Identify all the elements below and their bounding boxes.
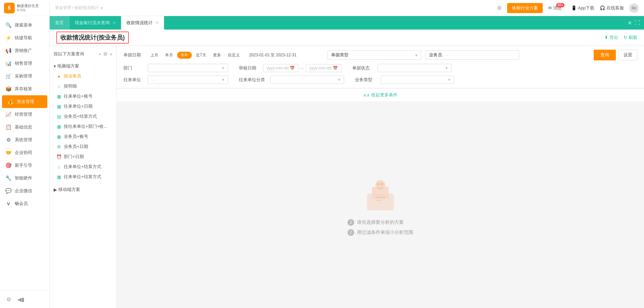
sidebar-item-operations[interactable]: 📈 经营管理 (0, 108, 49, 121)
tree-item-label: 业务员+日期 (64, 144, 88, 150)
breadcrumb-arrow: ▾ (101, 6, 103, 10)
sidebar-item-label: 搜索菜单 (15, 22, 32, 28)
user-avatar[interactable]: Rit (629, 3, 639, 13)
sidebar-item-purchase[interactable]: 🛒 采购管理 (0, 70, 49, 83)
sidebar-item-guide[interactable]: 🎯 新手引导 (0, 159, 49, 172)
sidebar-item-label: 库存核算 (15, 86, 32, 92)
sidebar-item-member[interactable]: V 畅会员 (0, 197, 49, 210)
tree-item-icon: ⌂ (56, 84, 62, 89)
biz-type-select[interactable]: ▾ (380, 75, 454, 84)
tree-item-detail[interactable]: ⌂ 按明细 (52, 81, 116, 91)
sidebar-item-search[interactable]: 🔍 搜索菜单 (0, 19, 49, 32)
topbar-actions: ⚙ 体验行业方案 ✉ 消息 99+ 📱 App下载 🎧 在线客服 Rit (497, 3, 639, 13)
topbar-settings-icon[interactable]: ⚙ (497, 5, 502, 11)
partner-select[interactable]: ··· ▾ (148, 75, 228, 84)
biz-type-label: 业务类型 (355, 77, 375, 83)
dept-select[interactable]: ▾ (148, 64, 228, 72)
sidebar-item-label: 企业微信 (15, 188, 32, 194)
tree-item-label: 业务员+账号 (64, 134, 88, 140)
sidebar-collapse-btn[interactable]: ◀▮ (16, 295, 25, 304)
topbar: 资金管理 / 收款情况统计 ▾ ⚙ 体验行业方案 ✉ 消息 99+ 📱 App下… (50, 0, 644, 16)
tree-desktop-header[interactable]: ▾ 电脑端方案 (50, 61, 116, 71)
date-tab-last-month[interactable]: 上月 (148, 52, 161, 59)
sidebar-nav: 🔍 搜索菜单 ⚡ 快捷导航 📢 营销推广 📊 销售管理 🛒 采购管理 📦 (0, 16, 49, 290)
panel-title: 按以下方案查询 (54, 51, 84, 57)
message-icon: ✉ (548, 5, 552, 10)
messages-badge: 99+ (556, 3, 565, 7)
tree-item-partner-settlement1[interactable]: ⌂ 往来单位+结算方式 (52, 162, 116, 172)
filter-area: 单据日期 上月 本月 本年 近7天 更多 自定义 2023-01-01 至 20… (117, 46, 644, 88)
record-type-select[interactable]: 单据类型 ▾ (327, 50, 421, 60)
sidebar-item-quick-nav[interactable]: ⚡ 快捷导航 (0, 32, 49, 44)
tree-item-staff[interactable]: ● 按业务员 (52, 71, 116, 81)
tab-close-all-icon[interactable]: ✕ (628, 20, 632, 26)
refresh-button[interactable]: ↻ 刷新 (624, 35, 637, 41)
settings-button[interactable]: 设置 (619, 50, 637, 60)
empty-illustration (360, 173, 400, 214)
tree-item-staff-settlement[interactable]: ▤ 业务员+结算方式 (52, 111, 116, 121)
date-separator: — (300, 65, 304, 70)
sidebar-item-label: 系统管理 (15, 137, 32, 143)
collapse-bar[interactable]: ∧∧ 收起更多条件 (117, 88, 644, 101)
tree-item-partner-date[interactable]: ▦ 往来单位+日期 (52, 101, 116, 111)
tree-item-staff-date[interactable]: ⚙ 业务员+日期 (52, 142, 116, 152)
tab-receipt-stats[interactable]: 收款情况统计 × (121, 16, 164, 30)
service-icon: 🎧 (600, 5, 605, 10)
panel-settings-icon[interactable]: ⚙ (103, 51, 108, 57)
tree-item-partner-settlement2[interactable]: ▦ 往来单位+结算方式 (52, 172, 116, 182)
tree-expand-icon: ▾ (54, 64, 56, 69)
panel-header-icons: + ⚙ « (99, 51, 112, 57)
sidebar-item-basic[interactable]: 📋 基础信息 (0, 121, 49, 134)
tree-mobile-header[interactable]: ▶ 移动端方案 (50, 185, 116, 195)
panel-add-icon[interactable]: + (99, 51, 101, 57)
tab-home[interactable]: 首页 (50, 16, 69, 30)
tree-item-partner-account[interactable]: ▦ 往来单位+账号 (52, 91, 116, 101)
sidebar-settings-btn[interactable]: ⚙ (4, 295, 13, 304)
right-panel: 单据日期 上月 本月 本年 近7天 更多 自定义 2023-01-01 至 20… (117, 46, 644, 308)
dept-label: 部门 (123, 65, 144, 71)
sidebar-item-finance[interactable]: 💰 资金管理 (2, 95, 47, 108)
page-header: 收款情况统计(按业务员) ⬆ 导出 ↻ 刷新 (50, 30, 644, 46)
tab-maximize-icon[interactable]: ⛶ (635, 20, 640, 26)
date-tab-more[interactable]: 更多 (210, 52, 224, 59)
sidebar-item-sales[interactable]: 📊 销售管理 (0, 57, 49, 70)
partner-category-select[interactable]: ▾ (270, 75, 344, 84)
app-download-btn[interactable]: 📱 App下载 (571, 5, 594, 11)
review-date-end[interactable]: yyyy-mm-dd 📅 (306, 64, 341, 72)
sidebar-item-wechat[interactable]: 💬 企业微信 (0, 185, 49, 197)
sidebar-item-marketing[interactable]: 📢 营销推广 (0, 44, 49, 57)
left-panel: 按以下方案查询 + ⚙ « ▾ 电脑端方案 (50, 46, 117, 308)
messages-btn[interactable]: ✉ 消息 99+ (548, 5, 562, 11)
breadcrumb: 资金管理 / 收款情况统计 ▾ (55, 5, 493, 11)
sidebar-item-enterprise[interactable]: 🤝 企业协同 (0, 146, 49, 159)
tree-item-partner-dept[interactable]: ▦ 按往来单位+部门+收... (52, 121, 116, 132)
date-tab-this-month[interactable]: 本月 (162, 52, 176, 59)
trial-button[interactable]: 体验行业方案 (507, 3, 543, 13)
tab-receipt-stats-close[interactable]: × (156, 20, 158, 25)
panel-collapse-icon[interactable]: « (110, 51, 112, 57)
review-date-start[interactable]: yyyy-mm-dd 📅 (263, 64, 299, 72)
filter-row-date: 单据日期 上月 本月 本年 近7天 更多 自定义 2023-01-01 至 20… (123, 50, 637, 60)
tree-section-label: 电脑端方案 (57, 63, 79, 69)
staff-select[interactable]: 业务员 ··· (425, 50, 519, 60)
tree-item-label: 按往来单位+部门+收... (64, 123, 107, 130)
sidebar-item-system[interactable]: ⚙ 系统管理 (0, 134, 49, 146)
sidebar-bottom: ⚙ ◀▮ (0, 290, 49, 308)
staff-dots: ··· (445, 53, 448, 58)
tab-bank-flow-close[interactable]: × (113, 20, 115, 25)
record-status-select[interactable]: ▾ (378, 64, 451, 72)
sidebar-item-hardware[interactable]: 🔧 智能硬件 (0, 172, 49, 185)
filter-row-dept: 部门 ▾ 审核日期 yyyy-mm-dd 📅 — (123, 64, 637, 72)
tab-bank-flow[interactable]: 现金银行流水查询 × (69, 16, 121, 30)
online-service-btn[interactable]: 🎧 在线客服 (600, 5, 624, 11)
svg-point-3 (378, 183, 380, 185)
date-tab-custom[interactable]: 自定义 (225, 52, 243, 59)
tree-item-dept-date[interactable]: ⏰ 部门+日期 (52, 152, 116, 162)
empty-tips: 1 请先选择要分析的方案 2 用过滤条件来缩小分析范围 (347, 219, 413, 236)
query-button[interactable]: 查询 (594, 50, 616, 60)
tree-item-staff-account[interactable]: ▦ 业务员+账号 (52, 132, 116, 142)
date-tab-7days[interactable]: 近7天 (193, 52, 209, 59)
export-button[interactable]: ⬆ 导出 (604, 35, 618, 41)
sidebar-item-inventory[interactable]: 📦 库存核算 (0, 83, 49, 95)
date-tab-this-year[interactable]: 本年 (177, 52, 192, 59)
